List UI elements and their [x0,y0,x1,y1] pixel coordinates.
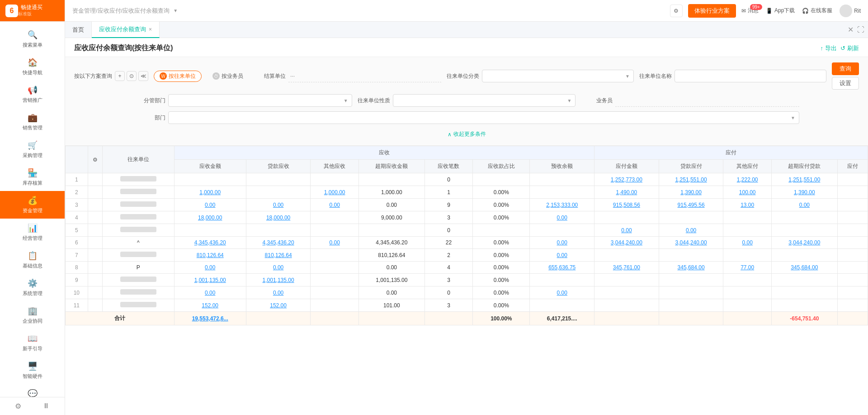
cell-link[interactable]: 13.00 [741,202,754,208]
sidebar-item-finance[interactable]: 💰资金管理 [0,191,65,219]
setting-button[interactable]: 设置 [832,77,859,90]
cell-link[interactable]: 3,044,240.00 [675,239,707,246]
footer-receivable-total[interactable]: 19,553,472,6... [174,312,246,325]
refresh-button[interactable]: ↺ 刷新 [840,44,859,52]
table-area[interactable]: ⚙ 往来单位 应收 应付 应收金额 贷款应收 其他应收 超期应收金额 应收笔数 … [65,146,868,415]
cell-link[interactable]: 77.00 [741,264,754,271]
sidebar-item-nav[interactable]: 🏠快捷导航 [0,53,65,81]
sidebar-item-wechat[interactable]: 💬企业微信 [0,384,65,397]
cell-link[interactable]: 0.00 [799,202,810,208]
sidebar-item-system[interactable]: ⚙️系统管理 [0,274,65,301]
cell-link[interactable]: 1,000.00 [324,189,345,196]
tab-maximize-icon[interactable]: ⛶ [857,26,864,34]
sidebar-item-sales[interactable]: 💼销售管理 [0,108,65,136]
filter-collapse-button[interactable]: ≪ [138,71,148,81]
filter-add-button[interactable]: + [115,71,125,81]
cell-link[interactable]: 0.00 [557,215,567,221]
cell-link[interactable]: 345,684.00 [678,264,705,271]
sidebar-item-inventory[interactable]: 🏪库存核算 [0,163,65,191]
cell-link[interactable]: 0.00 [557,290,567,296]
row-payable-col [837,199,868,211]
cell-link[interactable]: 1,390.00 [794,189,815,196]
cell-link[interactable]: 345,761.00 [613,264,640,271]
sidebar-collapse-icon[interactable]: ⏸ [42,402,50,410]
cell-link[interactable]: 0.00 [273,202,283,208]
cell-link[interactable]: 1,001,135.00 [194,277,226,283]
online-service-button[interactable]: 🎧 在线客服 [802,7,832,14]
message-button[interactable]: ✉ 消息 99+ [741,7,759,14]
cell-link[interactable]: 810,126.64 [197,252,224,258]
cell-link[interactable]: 915,495.56 [678,202,705,208]
cell-link[interactable]: 0.00 [621,227,632,234]
cell-link[interactable]: 915,508.56 [613,202,640,208]
sidebar-item-enterprise[interactable]: 🏢企业协同 [0,301,65,329]
app-download-button[interactable]: 📱 App下载 [766,7,795,14]
tab-query[interactable]: 应收应付余额查询 × [92,22,160,38]
sidebar-item-base[interactable]: 📋基础信息 [0,246,65,274]
cell-link[interactable]: 1,222.00 [737,176,758,183]
tab-close-window-icon[interactable]: ✕ [848,25,854,34]
row-payable-amt [594,211,659,224]
th-overdue-receivable: 超期应收金额 [359,160,425,173]
laiwang-class-select[interactable]: ▼ [482,70,634,82]
query-button[interactable]: 查询 [832,62,859,75]
cell-link[interactable]: 1,390.00 [680,189,702,196]
export-button[interactable]: ↑ 导出 [821,44,837,52]
th-settings[interactable]: ⚙ [88,146,102,173]
cell-link[interactable]: 100.00 [739,189,756,196]
cell-link[interactable]: 18,000.00 [198,215,222,221]
sidebar-item-hardware[interactable]: 🖥️智能硬件 [0,357,65,384]
cell-link[interactable]: 810,126.64 [265,252,292,258]
user-button[interactable]: Rit [840,5,861,17]
cell-link[interactable]: 0.00 [273,264,283,271]
fenguan-dept-select[interactable]: ▼ [168,94,352,107]
cell-link[interactable]: 0.00 [742,239,752,246]
sidebar-item-purchase[interactable]: 🛒采购管理 [0,136,65,163]
cell-link[interactable]: 0.00 [205,290,215,296]
tab-home[interactable]: 首页 [65,22,92,38]
solution-button[interactable]: 体验行业方案 [688,4,736,18]
cell-link[interactable]: 4,345,436.20 [263,239,294,246]
export-label: 导出 [825,44,837,52]
sidebar-item-guide[interactable]: 📖新手引导 [0,329,65,357]
settings-button[interactable]: ⚙ [670,5,683,17]
cell-link[interactable]: 0.00 [329,202,340,208]
cell-link[interactable]: 0.00 [329,239,340,246]
collapse-button[interactable]: ∧ 收起更多条件 [74,129,859,140]
tab-close-icon[interactable]: × [149,26,152,33]
cell-link[interactable]: 4,345,436.20 [194,239,226,246]
filter-by-staff-option[interactable]: ⏱ 按业务员 [207,71,249,81]
cell-link[interactable]: 2,153,333.00 [546,202,578,208]
cell-link[interactable]: 0.00 [557,252,567,258]
jiesuan-unit-input[interactable] [288,70,441,82]
cell-link[interactable]: 1,000.00 [199,189,221,196]
cell-link[interactable]: 0.00 [686,227,696,234]
business-staff-input[interactable] [615,94,799,107]
cell-link[interactable]: 1,252,773.00 [611,176,642,183]
row-advance-balance: 0.00 [530,237,594,249]
cell-link[interactable]: 1,251,551.00 [675,176,707,183]
cell-link[interactable]: 345,684.00 [791,264,818,271]
cell-link[interactable]: 152.00 [202,302,218,309]
dept-select[interactable]: ▼ [168,111,799,124]
laiwang-name-input[interactable] [675,70,826,82]
sidebar-settings-icon[interactable]: ⚙ [15,402,21,410]
cell-link[interactable]: 1,251,551.00 [788,176,820,183]
cell-link[interactable]: 18,000.00 [266,215,290,221]
cell-link[interactable]: 0.00 [205,202,215,208]
cell-link[interactable]: 0.00 [273,290,283,296]
cell-link[interactable]: 1,001,135.00 [263,277,294,283]
filter-by-unit-option[interactable]: W 按往来单位 [154,71,202,82]
cell-link[interactable]: 0.00 [205,264,215,271]
sidebar-item-marketing[interactable]: 📢营销推广 [0,81,65,108]
cell-link[interactable]: 0.00 [557,239,567,246]
filter-edit-button[interactable]: ⊙ [127,71,137,81]
sidebar-item-management[interactable]: 📊经营管理 [0,219,65,246]
cell-link[interactable]: 3,044,240.00 [788,239,820,246]
cell-link[interactable]: 1,490.00 [616,189,637,196]
cell-link[interactable]: 3,044,240.00 [611,239,642,246]
cell-link[interactable]: 655,636.75 [548,264,576,271]
cell-link[interactable]: 152.00 [270,302,287,309]
laiwang-nature-select[interactable]: ▼ [393,94,576,107]
sidebar-item-search[interactable]: 🔍搜索菜单 [0,25,65,53]
